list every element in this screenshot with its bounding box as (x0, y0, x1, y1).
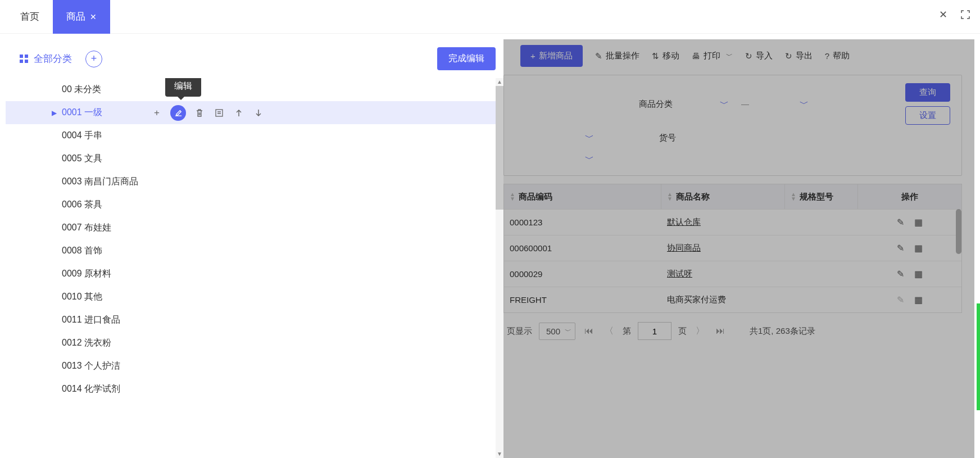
grid-icon (19, 54, 29, 64)
category-tree: 00 未分类 ▶ 0001 一级 编辑 + (6, 78, 503, 458)
tree-item[interactable]: 0004 手串 (6, 124, 503, 147)
scroll-down-icon[interactable]: ▼ (496, 450, 503, 458)
tree-item-actions: + (151, 105, 265, 121)
tree-item[interactable]: 0008 首饰 (6, 239, 503, 262)
top-tabs: 首页 商品 ✕ ✕ (0, 0, 980, 34)
tab-home[interactable]: 首页 (7, 0, 53, 34)
tree-scrollbar[interactable]: ▲ ▼ (496, 78, 503, 458)
tree-item[interactable]: 0010 其他 (6, 285, 503, 309)
tree-item[interactable]: 0003 南昌门店商品 (6, 170, 503, 193)
svg-rect-3 (25, 60, 28, 63)
scrollbar-thumb[interactable] (496, 86, 503, 210)
all-categories-link[interactable]: 全部分类 (34, 52, 72, 65)
category-header: 全部分类 + 完成编辑 (6, 39, 503, 78)
tree-item[interactable]: 0011 进口食品 (6, 309, 503, 332)
tooltip-edit: 编辑 (165, 78, 201, 97)
category-panel: 全部分类 + 完成编辑 00 未分类 ▶ 0001 一级 编辑 + (6, 39, 503, 458)
close-all-icon[interactable]: ✕ (933, 4, 953, 25)
tree-item[interactable]: 0012 洗衣粉 (6, 332, 503, 355)
close-icon[interactable]: ✕ (90, 12, 97, 21)
modal-backdrop[interactable] (503, 39, 974, 458)
edge-marker (977, 303, 980, 410)
scroll-up-icon[interactable]: ▲ (496, 78, 503, 86)
edit-icon[interactable] (170, 105, 186, 121)
fullscreen-icon[interactable] (955, 4, 976, 25)
add-icon[interactable]: + (151, 107, 163, 119)
svg-rect-0 (20, 55, 23, 58)
product-panel: +新增商品 ✎批量操作 ⇅移动 🖶打印﹀ ↻导入 ↻导出 ?帮助 商品分类 ﹀ … (503, 39, 974, 458)
tree-item[interactable]: 0009 原材料 (6, 262, 503, 285)
tree-item[interactable]: 0007 布娃娃 (6, 216, 503, 239)
add-category-button[interactable]: + (85, 51, 102, 67)
tree-item[interactable]: 00 未分类 (6, 78, 503, 101)
svg-rect-1 (25, 55, 28, 58)
tree-item-selected[interactable]: ▶ 0001 一级 编辑 + (6, 101, 503, 124)
tree-item[interactable]: 0014 化学试剂 (6, 378, 503, 401)
tree-item[interactable]: 0013 个人护洁 (6, 355, 503, 378)
finish-edit-button[interactable]: 完成编辑 (437, 47, 496, 70)
move-down-icon[interactable] (252, 107, 265, 119)
caret-right-icon[interactable]: ▶ (52, 109, 57, 117)
move-up-icon[interactable] (233, 107, 245, 119)
svg-rect-4 (216, 110, 223, 116)
delete-icon[interactable] (193, 107, 206, 119)
main: 全部分类 + 完成编辑 00 未分类 ▶ 0001 一级 编辑 + (0, 34, 980, 458)
assign-icon[interactable] (213, 107, 225, 119)
svg-rect-2 (20, 60, 23, 63)
tree-item[interactable]: 0006 茶具 (6, 193, 503, 216)
tab-product[interactable]: 商品 ✕ (53, 0, 110, 34)
tree-item[interactable]: 0005 文具 (6, 147, 503, 170)
